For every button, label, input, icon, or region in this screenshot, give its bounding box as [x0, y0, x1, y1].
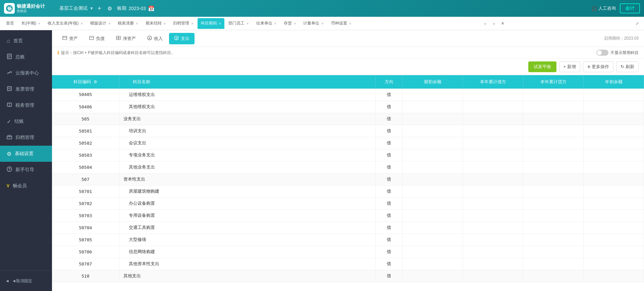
- sidebar-item-archive[interactable]: 归档管理: [0, 130, 52, 146]
- cell-ytd-credit: [523, 149, 584, 161]
- tab-prev-btn[interactable]: ‹: [481, 19, 489, 28]
- support-label: 人工咨询: [598, 5, 616, 11]
- th-ytd-debit: 本年累计借方: [463, 75, 523, 89]
- liability-icon: [89, 36, 94, 41]
- cell-name: 业务支出: [119, 113, 376, 125]
- tab-close-icon[interactable]: ×: [349, 21, 351, 26]
- tab-close-icon[interactable]: ×: [136, 21, 138, 26]
- category-bar: 资产 负债 净资产 ¥ 收入: [52, 30, 644, 47]
- table-row[interactable]: 50706信息网络购建借: [52, 246, 644, 258]
- tab-subject-init[interactable]: 科目期初 ×: [198, 18, 224, 29]
- sidebar-item-guide[interactable]: ? 新手引导: [0, 162, 52, 178]
- sidebar-item-settings[interactable]: ⚙ 基础设置: [0, 146, 52, 162]
- tab-archive[interactable]: 归档管理 ×: [170, 18, 197, 29]
- cell-beginning-balance: [584, 101, 644, 113]
- tab-tax-table[interactable]: 税表清册 ×: [114, 18, 141, 29]
- table-header-row: 科目编码 ⚙ 科目名称 方向 期初余额 本年累计借方 本年累计贷方 年初余额: [52, 75, 644, 89]
- tab-period-close[interactable]: 期末结转 ×: [142, 18, 169, 29]
- table-row[interactable]: 505业务支出借: [52, 113, 644, 125]
- table-row[interactable]: 510其他支出借: [52, 270, 644, 282]
- table-row[interactable]: 50701房屋建筑物购建借: [52, 185, 644, 197]
- tab-annual-report[interactable]: 收入支出表(年报) ×: [44, 18, 86, 29]
- table-row[interactable]: 50707其他资本性支出借: [52, 258, 644, 270]
- table-row[interactable]: 50703专用设备购置借: [52, 209, 644, 222]
- calc-balance-btn[interactable]: 试算平衡: [528, 61, 556, 72]
- calendar-icon[interactable]: 📅: [148, 5, 155, 12]
- tab-close-icon[interactable]: ×: [80, 21, 83, 26]
- more-btn[interactable]: ⊕ 更多操作: [583, 61, 614, 72]
- table-row[interactable]: 507资本性支出借: [52, 173, 644, 185]
- sidebar-item-invoice[interactable]: 发票管理: [0, 81, 52, 97]
- svg-text:¥: ¥: [148, 37, 151, 40]
- tab-unit[interactable]: 计量单位 ×: [300, 18, 327, 29]
- table-row[interactable]: 50501培训支出借: [52, 125, 644, 137]
- tab-fullscreen-btn[interactable]: ⤢: [633, 19, 641, 28]
- sidebar-item-ledger[interactable]: 总账: [0, 49, 52, 65]
- cat-tab-liability[interactable]: 负债: [84, 33, 110, 44]
- cat-tab-expense[interactable]: 支 支出: [169, 33, 195, 44]
- cell-name: 其他支出: [119, 270, 376, 282]
- table-row[interactable]: 50405运维维权支出借: [52, 89, 644, 101]
- cat-tab-asset[interactable]: 资产: [57, 33, 83, 44]
- toggle-disabled-subjects[interactable]: 不显示禁用科目: [596, 50, 639, 56]
- cell-name: 办公设备购置: [119, 197, 376, 209]
- tab-next-btn[interactable]: ›: [490, 19, 498, 28]
- cat-tab-net-asset-label: 净资产: [123, 36, 136, 42]
- cell-opening-balance: [402, 161, 463, 173]
- cat-tab-income[interactable]: ¥ 收入: [142, 33, 168, 44]
- cat-tab-net-asset[interactable]: 净资产: [111, 33, 141, 44]
- tab-template-label: 模版设计: [90, 20, 106, 26]
- tab-template[interactable]: 模版设计 ×: [87, 18, 114, 29]
- sidebar-item-reports[interactable]: 云报表中心: [0, 65, 52, 81]
- tab-medium-term[interactable]: 长(中期) ×: [18, 18, 44, 29]
- table-row[interactable]: 50705大型修缮借: [52, 234, 644, 246]
- cell-code: 50504: [52, 161, 119, 173]
- collapse-label: ◄取消固定: [12, 278, 32, 284]
- cell-beginning-balance: [584, 125, 644, 137]
- cell-ytd-debit: [463, 149, 523, 161]
- table-row[interactable]: 50503专项业务支出借: [52, 149, 644, 161]
- tab-close-icon[interactable]: ×: [274, 21, 276, 26]
- add-company-btn[interactable]: +: [96, 5, 103, 12]
- tab-home[interactable]: 首页: [3, 18, 17, 29]
- tab-close-all-btn[interactable]: ×: [499, 19, 507, 28]
- tab-inventory-label: 存货: [284, 20, 292, 26]
- tab-currency[interactable]: 币种设置 ×: [328, 18, 355, 29]
- sidebar-item-member[interactable]: V 畅会员: [0, 178, 52, 194]
- table-row[interactable]: 50702办公设备购置借: [52, 197, 644, 209]
- cell-code: 50702: [52, 197, 119, 209]
- tab-close-icon[interactable]: ×: [191, 21, 193, 26]
- tab-dept-staff-label: 部门员工: [228, 20, 245, 26]
- tab-close-icon[interactable]: ×: [219, 21, 221, 26]
- sidebar-item-settle[interactable]: ✓ 结账: [0, 113, 52, 130]
- tab-close-icon[interactable]: ×: [38, 21, 40, 26]
- sidebar-collapse-btn[interactable]: ◄ ◄取消固定: [0, 275, 52, 287]
- account-button[interactable]: 会计: [620, 3, 640, 13]
- sidebar-item-home[interactable]: ⌂ 首页: [0, 33, 52, 49]
- refresh-btn[interactable]: ↻ 刷新: [616, 61, 639, 72]
- company-selector[interactable]: 基层工会测试 ▼: [59, 5, 94, 11]
- sidebar-item-tax[interactable]: 税务管理: [0, 97, 52, 113]
- column-settings-icon[interactable]: ⚙: [94, 80, 97, 84]
- table-row[interactable]: 50406其他维权支出借: [52, 101, 644, 113]
- tab-dept-staff[interactable]: 部门员工 ×: [225, 18, 252, 29]
- table-row[interactable]: 50504其他业务支出借: [52, 161, 644, 173]
- tab-close-icon[interactable]: ×: [108, 21, 110, 26]
- tab-close-icon[interactable]: ×: [294, 21, 296, 26]
- net-asset-icon: [116, 36, 121, 41]
- table-row[interactable]: 50502会议支出借: [52, 137, 644, 149]
- cell-direction: 借: [376, 185, 402, 197]
- tab-close-icon[interactable]: ×: [164, 21, 166, 26]
- cell-code: 50701: [52, 185, 119, 197]
- tab-inventory[interactable]: 存货 ×: [280, 18, 299, 29]
- logo-area: 畅 畅捷通好会计 旗舰版: [4, 3, 56, 14]
- add-btn[interactable]: + 新增: [559, 61, 580, 72]
- tab-close-icon[interactable]: ×: [247, 21, 249, 26]
- support-button[interactable]: 🎧 人工咨询: [592, 5, 616, 11]
- table-row[interactable]: 50704交通工具购置借: [52, 222, 644, 234]
- header-settings-icon[interactable]: ⚙: [105, 4, 114, 13]
- tab-close-icon[interactable]: ×: [321, 21, 323, 26]
- cell-name: 交通工具购置: [119, 222, 376, 234]
- tab-contacts[interactable]: 往来单位 ×: [253, 18, 280, 29]
- cell-code: 50502: [52, 137, 119, 149]
